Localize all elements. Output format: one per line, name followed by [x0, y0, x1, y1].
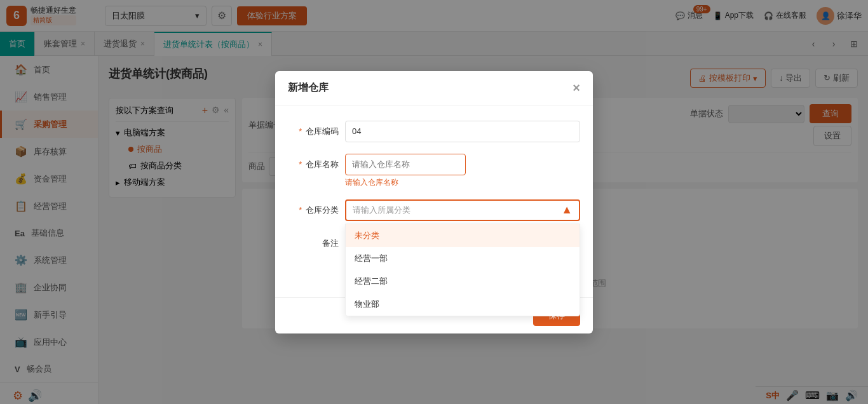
dropdown-option-dept2[interactable]: 经营二部 [346, 270, 580, 293]
notes-label: 备注 [288, 232, 339, 249]
dropdown-option-uncategorized[interactable]: 未分类 [346, 224, 580, 247]
warehouse-category-label: * 仓库分类 [288, 199, 339, 216]
category-dropdown-trigger[interactable]: 请输入所属分类 ▲ [345, 199, 580, 221]
warehouse-code-input[interactable] [345, 121, 580, 142]
category-dropdown-list: 未分类 经营一部 经营二部 物业部 [345, 224, 580, 316]
warehouse-code-label: * 仓库编码 [288, 121, 339, 137]
warehouse-name-row: * 仓库名称 请输入仓库名称 [288, 154, 580, 188]
warehouse-name-error: 请输入仓库名称 [345, 177, 580, 188]
warehouse-category-row: * 仓库分类 请输入所属分类 ▲ 未分类 经营一部 经营二部 物业部 [288, 199, 580, 221]
category-placeholder: 请输入所属分类 [353, 205, 410, 216]
dialog-header: 新增仓库 × [275, 71, 593, 105]
close-dialog-button[interactable]: × [573, 81, 580, 94]
dialog-title: 新增仓库 [288, 81, 329, 95]
warehouse-name-label: * 仓库名称 [288, 154, 339, 170]
warehouse-name-input[interactable] [345, 154, 466, 175]
warehouse-dialog: 新增仓库 × * 仓库编码 * 仓库名称 请输入仓库名称 [275, 71, 593, 333]
warehouse-code-row: * 仓库编码 [288, 121, 580, 142]
warehouse-category-wrap: 请输入所属分类 ▲ 未分类 经营一部 经营二部 物业部 [345, 199, 580, 221]
warehouse-name-wrap: 请输入仓库名称 [345, 154, 580, 188]
chevron-up-icon: ▲ [561, 203, 573, 217]
dialog-overlay[interactable]: 新增仓库 × * 仓库编码 * 仓库名称 请输入仓库名称 [0, 0, 868, 404]
dropdown-option-dept1[interactable]: 经营一部 [346, 247, 580, 270]
dialog-body: * 仓库编码 * 仓库名称 请输入仓库名称 * [275, 105, 593, 297]
dropdown-option-dept3[interactable]: 物业部 [346, 293, 580, 316]
